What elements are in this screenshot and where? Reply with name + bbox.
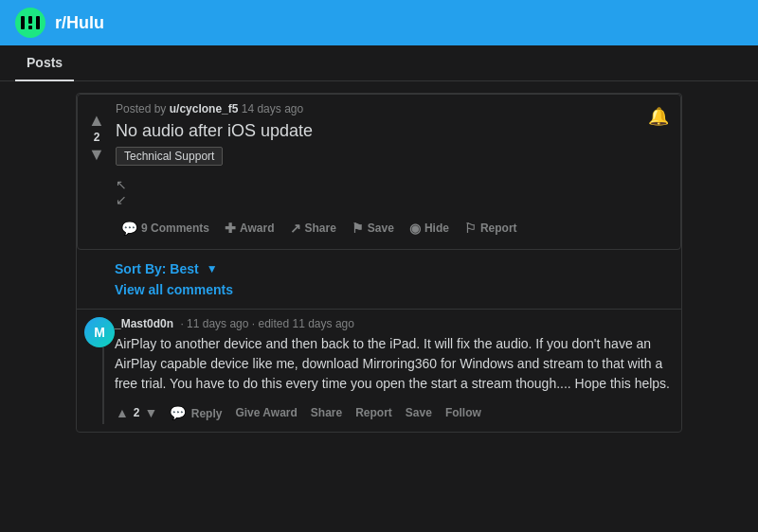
save-label: Save	[368, 222, 394, 235]
share-label: Share	[305, 222, 336, 235]
comment-give-award-button[interactable]: Give Award	[229, 402, 302, 423]
comment-author[interactable]: _Mast0d0n	[115, 317, 173, 330]
comment-action-bar: ▲ 2 ▼ 💬 Reply Give Award Share	[115, 401, 674, 424]
comment-vote: ▲ 2 ▼	[115, 404, 158, 421]
hulu-logo[interactable]	[15, 8, 45, 38]
post-title: No audio after iOS update	[116, 121, 673, 141]
main-content: 🔔 ▲ 2 ▼ Posted by u/cyclone_f5 14 days a…	[0, 81, 758, 444]
comment-body: _Mast0d0n · 11 days ago · edited 11 days…	[115, 310, 674, 424]
hide-label: Hide	[424, 222, 449, 235]
award-label: Award	[240, 222, 274, 235]
comment-edited: edited 11 days ago	[258, 317, 353, 330]
nav-bar: Posts	[0, 45, 758, 81]
view-all-comments-link[interactable]: View all comments	[77, 282, 681, 309]
svg-rect-1	[28, 16, 32, 24]
comment-text: AirPlay to another device and then back …	[115, 334, 674, 394]
report-label: Report	[480, 222, 517, 235]
sort-bar: Sort By: Best ▼	[77, 250, 681, 282]
post-action-bar: 💬 9 Comments ✚ Award ↗ Share ⚑ Save	[116, 215, 673, 241]
vote-column: ▲ 2 ▼	[78, 102, 116, 241]
post-time: 14 days ago	[242, 102, 303, 115]
post-meta: Posted by u/cyclone_f5 14 days ago	[116, 102, 673, 115]
subreddit-name[interactable]: r/Hulu	[55, 13, 104, 33]
comment-separator2: ·	[252, 317, 255, 330]
reply-icon: 💬	[170, 405, 186, 420]
comments-label: 9 Comments	[141, 222, 209, 235]
post-flair[interactable]: Technical Support	[116, 147, 223, 166]
posted-by-label: Posted by	[116, 102, 166, 115]
hide-button[interactable]: ◉ Hide	[404, 215, 455, 241]
hide-icon: ◉	[409, 221, 421, 236]
downvote-button[interactable]: ▼	[86, 144, 107, 165]
post-author[interactable]: u/cyclone_f5	[170, 102, 239, 115]
comment-downvote-button[interactable]: ▼	[144, 404, 159, 421]
report-button[interactable]: ⚐ Report	[459, 215, 523, 241]
post-card: 🔔 ▲ 2 ▼ Posted by u/cyclone_f5 14 days a…	[76, 93, 682, 433]
comment-vote-count: 2	[134, 406, 140, 419]
save-icon: ⚑	[352, 221, 364, 236]
tab-posts[interactable]: Posts	[15, 45, 74, 81]
post-body: 🔔 ▲ 2 ▼ Posted by u/cyclone_f5 14 days a…	[77, 94, 681, 250]
save-button[interactable]: ⚑ Save	[346, 215, 400, 241]
comment-section: M _Mast0d0n · 11 days ago · edited 11 da…	[77, 310, 681, 432]
award-icon: ✚	[225, 221, 236, 236]
report-icon: ⚐	[464, 221, 477, 236]
comment-reply-button[interactable]: 💬 Reply	[164, 401, 227, 424]
svg-rect-0	[21, 16, 25, 29]
comment-save-button[interactable]: Save	[400, 402, 438, 423]
comment-follow-button[interactable]: Follow	[440, 402, 487, 423]
comment-time: 11 days ago	[187, 317, 248, 330]
post-content: Posted by u/cyclone_f5 14 days ago No au…	[116, 102, 673, 241]
expand-icon[interactable]: ↖↙	[116, 177, 673, 207]
comment-avatar: M	[84, 317, 115, 347]
share-icon: ↗	[290, 221, 301, 236]
svg-rect-2	[28, 26, 32, 29]
comments-icon: 💬	[121, 221, 137, 236]
comments-button[interactable]: 💬 9 Comments	[116, 215, 215, 241]
sort-chevron-icon[interactable]: ▼	[207, 262, 218, 275]
svg-rect-3	[36, 16, 40, 29]
upvote-button[interactable]: ▲	[86, 110, 107, 131]
comment-thread-line	[102, 347, 104, 424]
comment-separator: ·	[180, 317, 183, 330]
vote-count: 2	[94, 131, 100, 144]
sort-by-label: Sort By: Best	[115, 261, 199, 276]
comment-report-button[interactable]: Report	[350, 402, 398, 423]
comment-upvote-button[interactable]: ▲	[115, 404, 130, 421]
comment-share-button[interactable]: Share	[305, 402, 348, 423]
comment: M _Mast0d0n · 11 days ago · edited 11 da…	[84, 310, 674, 424]
site-header: r/Hulu	[0, 0, 758, 45]
award-button[interactable]: ✚ Award	[219, 215, 280, 241]
notification-bell-icon[interactable]: 🔔	[648, 106, 669, 127]
comment-meta: _Mast0d0n · 11 days ago · edited 11 days…	[115, 317, 674, 330]
share-button[interactable]: ↗ Share	[284, 215, 342, 241]
